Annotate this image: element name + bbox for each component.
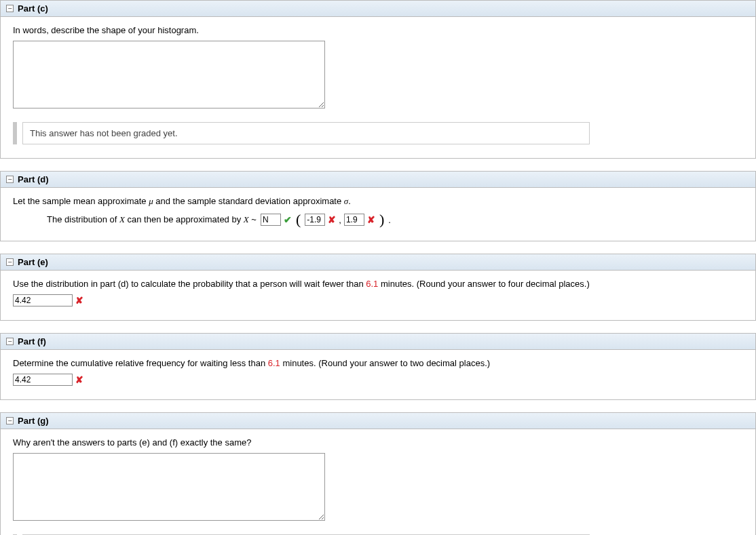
open-paren: (	[295, 212, 302, 227]
part-e: − Part (e) Use the distribution in part …	[0, 254, 756, 321]
part-c-body: In words, describe the shape of your his…	[1, 17, 755, 158]
distribution-input[interactable]	[261, 214, 281, 226]
text: and the sample standard deviation approx…	[153, 196, 344, 206]
cross-icon: ✘	[75, 295, 83, 306]
part-g-header[interactable]: − Part (g)	[1, 413, 755, 429]
period: .	[388, 215, 391, 225]
part-g-prompt: Why aren't the answers to parts (e) and …	[13, 437, 743, 448]
grade-bar	[13, 122, 17, 144]
param1-input[interactable]	[305, 214, 325, 226]
highlight-value: 6.1	[366, 279, 378, 289]
x-var: X	[244, 214, 249, 224]
collapse-icon[interactable]: −	[6, 258, 14, 266]
text: minutes. (Round your answer to four deci…	[378, 279, 589, 289]
part-f-title: Part (f)	[18, 336, 46, 346]
part-e-answer-line: ✘	[13, 294, 743, 306]
part-e-header[interactable]: − Part (e)	[1, 254, 755, 271]
part-c-prompt: In words, describe the shape of your his…	[13, 25, 743, 35]
part-d-header[interactable]: − Part (d)	[1, 172, 755, 188]
part-g-answer[interactable]	[13, 453, 325, 521]
param2-input[interactable]	[344, 214, 364, 226]
part-e-body: Use the distribution in part (d) to calc…	[1, 271, 755, 320]
part-d: − Part (d) Let the sample mean approxima…	[0, 171, 756, 241]
part-d-body: Let the sample mean approximate μ and th…	[1, 188, 755, 241]
text: The distribution of X can then be approx…	[47, 214, 257, 225]
part-c-header[interactable]: − Part (c)	[1, 1, 755, 17]
cross-icon: ✘	[75, 374, 83, 385]
part-f-header[interactable]: − Part (f)	[1, 334, 755, 350]
text: can then be approximated by	[125, 214, 244, 224]
part-g-body: Why aren't the answers to parts (e) and …	[1, 429, 755, 535]
part-e-prompt: Use the distribution in part (d) to calc…	[13, 279, 743, 289]
part-f-answer-line: ✘	[13, 374, 743, 386]
collapse-icon[interactable]: −	[6, 417, 14, 424]
text: .	[348, 196, 351, 206]
comma: ,	[339, 215, 341, 225]
close-paren: )	[378, 212, 385, 227]
part-f: − Part (f) Determine the cumulative rela…	[0, 333, 756, 400]
part-d-expression: The distribution of X can then be approx…	[47, 212, 743, 227]
text: minutes. (Round your answer to two decim…	[280, 358, 490, 368]
cross-icon: ✘	[328, 214, 336, 225]
collapse-icon[interactable]: −	[6, 338, 14, 345]
part-f-prompt: Determine the cumulative relative freque…	[13, 358, 743, 368]
part-d-intro: Let the sample mean approximate μ and th…	[13, 196, 743, 207]
tilde: ~	[249, 214, 257, 224]
grade-note: This answer has not been graded yet.	[13, 122, 590, 144]
text: Let the sample mean approximate	[13, 196, 149, 206]
check-icon: ✔	[284, 214, 292, 225]
x-var: X	[119, 214, 125, 224]
part-c-title: Part (c)	[18, 3, 48, 14]
text: Determine the cumulative relative freque…	[13, 358, 268, 368]
part-f-answer[interactable]	[13, 374, 73, 386]
part-f-body: Determine the cumulative relative freque…	[1, 350, 755, 399]
part-e-answer[interactable]	[13, 294, 73, 306]
part-g-title: Part (g)	[18, 416, 49, 426]
text: Use the distribution in part (d) to calc…	[13, 279, 366, 289]
collapse-icon[interactable]: −	[6, 5, 14, 12]
grade-note-text: This answer has not been graded yet.	[22, 122, 590, 144]
part-g: − Part (g) Why aren't the answers to par…	[0, 412, 756, 535]
part-e-title: Part (e)	[18, 257, 48, 267]
part-c: − Part (c) In words, describe the shape …	[0, 0, 756, 159]
part-c-answer[interactable]	[13, 41, 325, 108]
collapse-icon[interactable]: −	[6, 176, 14, 183]
part-d-title: Part (d)	[18, 174, 49, 184]
highlight-value: 6.1	[268, 358, 280, 368]
text: The distribution of	[47, 214, 119, 224]
cross-icon: ✘	[367, 214, 375, 225]
